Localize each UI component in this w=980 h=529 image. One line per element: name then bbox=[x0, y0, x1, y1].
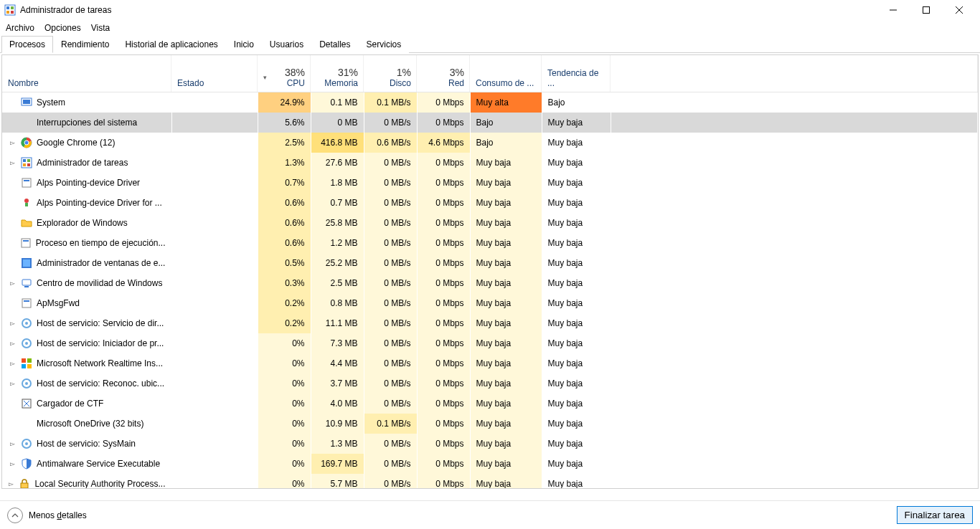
memory-value: 4.0 MB bbox=[311, 394, 364, 414]
svg-rect-17 bbox=[23, 163, 26, 166]
end-task-button[interactable]: Finalizar tarea bbox=[897, 506, 973, 524]
process-state bbox=[171, 233, 258, 253]
table-row[interactable]: ▻Host de servicio: Servicio de dir...0.2… bbox=[2, 313, 978, 333]
expand-icon[interactable]: ▻ bbox=[8, 159, 17, 166]
trend-value: Muy baja bbox=[542, 133, 611, 153]
expand-icon[interactable]: ▻ bbox=[8, 480, 14, 487]
maximize-button[interactable] bbox=[910, 0, 943, 20]
col-cpu[interactable]: ▾ 38% CPU bbox=[258, 55, 311, 92]
disk-value: 0 MB/s bbox=[364, 193, 417, 213]
tab-services[interactable]: Servicios bbox=[359, 36, 410, 53]
memory-value: 0.8 MB bbox=[311, 293, 364, 313]
table-row[interactable]: Alps Pointing-device Driver0.7%1.8 MB0 M… bbox=[2, 173, 978, 193]
expand-icon[interactable]: ▻ bbox=[8, 440, 17, 447]
expand-icon[interactable]: ▻ bbox=[8, 280, 17, 287]
table-row[interactable]: ▻Host de servicio: Iniciador de pr...0%7… bbox=[2, 333, 978, 353]
table-row[interactable]: Alps Pointing-device Driver for ...0.6%0… bbox=[2, 193, 978, 213]
svg-rect-29 bbox=[22, 299, 31, 308]
disk-value: 0 MB/s bbox=[364, 373, 417, 394]
table-row[interactable]: System24.9%0.1 MB0.1 MB/s0 MbpsMuy altaB… bbox=[2, 92, 978, 113]
table-row[interactable]: Interrupciones del sistema5.6%0 MB0 MB/s… bbox=[2, 113, 978, 133]
window-title: Administrador de tareas bbox=[20, 5, 111, 15]
close-button[interactable] bbox=[943, 0, 976, 20]
memory-value: 416.8 MB bbox=[311, 133, 364, 153]
tab-details[interactable]: Detalles bbox=[311, 36, 358, 53]
col-network[interactable]: 3% Red bbox=[417, 55, 470, 92]
col-power[interactable]: Consumo de ... bbox=[470, 55, 542, 92]
svg-rect-15 bbox=[23, 159, 26, 162]
process-scroll[interactable]: Nombre Estado ▾ 38% CPU 31% Memoria 1% D… bbox=[2, 55, 978, 488]
svg-point-21 bbox=[24, 199, 29, 203]
disk-value: 0 MB/s bbox=[364, 454, 417, 474]
power-value: Muy baja bbox=[470, 193, 542, 213]
expand-icon[interactable]: ▻ bbox=[8, 360, 17, 367]
fewer-details-button[interactable]: Menos detalles bbox=[7, 507, 87, 523]
table-row[interactable]: Microsoft OneDrive (32 bits)0%10.9 MB0.1… bbox=[2, 414, 978, 434]
expand-icon[interactable]: ▻ bbox=[8, 380, 17, 387]
network-value: 0 Mbps bbox=[417, 454, 470, 474]
expand-icon[interactable]: ▻ bbox=[8, 139, 17, 146]
col-state[interactable]: Estado bbox=[171, 55, 258, 92]
power-value: Muy baja bbox=[470, 273, 542, 293]
svg-rect-36 bbox=[27, 358, 32, 363]
tab-users[interactable]: Usuarios bbox=[262, 36, 311, 53]
table-row[interactable]: Proceso en tiempo de ejecución...0.6%1.2… bbox=[2, 233, 978, 253]
power-value: Muy alta bbox=[470, 92, 542, 113]
process-name: Host de servicio: SysMain bbox=[37, 439, 136, 449]
svg-rect-16 bbox=[27, 159, 30, 162]
process-table: Nombre Estado ▾ 38% CPU 31% Memoria 1% D… bbox=[2, 55, 978, 488]
col-name[interactable]: Nombre bbox=[2, 55, 171, 92]
menu-bar: Archivo Opciones Vista bbox=[0, 20, 980, 36]
disk-value: 0 MB/s bbox=[364, 273, 417, 293]
process-state bbox=[171, 213, 258, 233]
disk-value: 0 MB/s bbox=[364, 233, 417, 253]
svg-point-40 bbox=[25, 382, 28, 385]
cpu-value: 0% bbox=[258, 414, 311, 434]
table-row[interactable]: Explorador de Windows0.6%25.8 MB0 MB/s0 … bbox=[2, 213, 978, 233]
col-trend[interactable]: Tendencia de ... bbox=[542, 55, 611, 92]
tab-processes[interactable]: Procesos bbox=[1, 36, 53, 53]
col-disk[interactable]: 1% Disco bbox=[364, 55, 417, 92]
process-state bbox=[171, 353, 258, 373]
tab-apphistory[interactable]: Historial de aplicaciones bbox=[117, 36, 225, 53]
tab-performance[interactable]: Rendimiento bbox=[53, 36, 117, 53]
table-row[interactable]: ▻Host de servicio: Reconoc. ubic...0%3.7… bbox=[2, 373, 978, 394]
minimize-button[interactable] bbox=[877, 0, 910, 20]
table-row[interactable]: ▻Antimalware Service Executable0%169.7 M… bbox=[2, 454, 978, 474]
network-value: 0 Mbps bbox=[417, 113, 470, 133]
network-value: 0 Mbps bbox=[417, 273, 470, 293]
svg-rect-4 bbox=[11, 11, 14, 14]
process-icon bbox=[19, 478, 30, 488]
table-row[interactable]: ApMsgFwd0.2%0.8 MB0 MB/s0 MbpsMuy bajaMu… bbox=[2, 293, 978, 313]
menu-options[interactable]: Opciones bbox=[44, 23, 81, 33]
table-row[interactable]: ▻Centro de movilidad de Windows0.3%2.5 M… bbox=[2, 273, 978, 293]
expand-icon[interactable]: ▻ bbox=[8, 340, 17, 347]
table-row[interactable]: ▻Google Chrome (12)2.5%416.8 MB0.6 MB/s4… bbox=[2, 133, 978, 153]
menu-file[interactable]: Archivo bbox=[6, 23, 34, 33]
network-value: 0 Mbps bbox=[417, 474, 470, 488]
tab-startup[interactable]: Inicio bbox=[226, 36, 262, 53]
cpu-value: 0% bbox=[258, 394, 311, 414]
trend-value: Muy baja bbox=[542, 153, 611, 173]
memory-value: 4.4 MB bbox=[311, 353, 364, 373]
process-name: Administrador de tareas bbox=[37, 158, 128, 168]
expand-icon[interactable]: ▻ bbox=[8, 320, 17, 327]
table-row[interactable]: ▻Administrador de tareas1.3%27.6 MB0 MB/… bbox=[2, 153, 978, 173]
memory-value: 2.5 MB bbox=[311, 273, 364, 293]
table-row[interactable]: ▻Local Security Authority Process...0%5.… bbox=[2, 474, 978, 488]
menu-view[interactable]: Vista bbox=[91, 23, 110, 33]
table-row[interactable]: ▻Host de servicio: SysMain0%1.3 MB0 MB/s… bbox=[2, 434, 978, 454]
expand-icon[interactable]: ▻ bbox=[8, 460, 17, 467]
power-value: Muy baja bbox=[470, 414, 542, 434]
power-value: Bajo bbox=[470, 113, 542, 133]
table-row[interactable]: ▻Microsoft Network Realtime Ins...0%4.4 … bbox=[2, 353, 978, 373]
process-name: Interrupciones del sistema bbox=[37, 118, 137, 128]
disk-value: 0 MB/s bbox=[364, 394, 417, 414]
table-row[interactable]: Administrador de ventanas de e...0.5%25.… bbox=[2, 253, 978, 273]
table-row[interactable]: Cargador de CTF0%4.0 MB0 MB/s0 MbpsMuy b… bbox=[2, 394, 978, 414]
cpu-value: 0% bbox=[258, 373, 311, 394]
col-memory[interactable]: 31% Memoria bbox=[311, 55, 364, 92]
col-spacer bbox=[611, 55, 978, 92]
process-state bbox=[171, 153, 258, 173]
memory-value: 3.7 MB bbox=[311, 373, 364, 394]
